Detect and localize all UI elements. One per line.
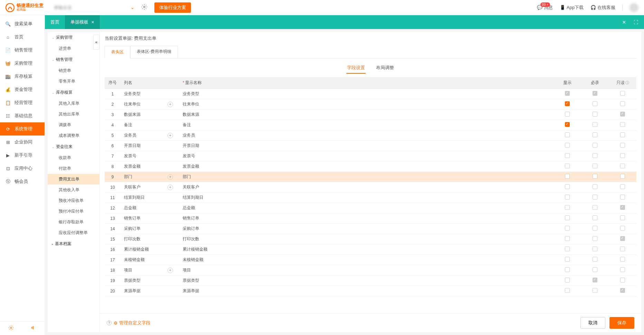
- checkbox[interactable]: [565, 184, 570, 189]
- nav-item-stock[interactable]: 🏬库存核算: [0, 70, 45, 83]
- tree-item[interactable]: 成本调整单: [48, 130, 99, 141]
- online-service-button[interactable]: 🎧 在线客服: [590, 4, 615, 11]
- nav-item-biz[interactable]: 📋经营管理: [0, 96, 45, 109]
- checkbox[interactable]: [593, 184, 597, 189]
- checkbox[interactable]: [620, 143, 625, 148]
- checkbox[interactable]: [593, 226, 597, 231]
- collapse-tree-icon[interactable]: «: [93, 35, 99, 50]
- checkbox[interactable]: [565, 236, 570, 241]
- displayname-cell[interactable]: 项目: [179, 265, 554, 276]
- checkbox[interactable]: [620, 174, 625, 179]
- checkbox[interactable]: [565, 153, 570, 158]
- checkbox[interactable]: [593, 257, 597, 262]
- add-icon[interactable]: +: [167, 133, 173, 138]
- checkbox[interactable]: [593, 205, 597, 210]
- checkbox[interactable]: [593, 164, 597, 168]
- tab-首页[interactable]: 首页: [45, 15, 65, 29]
- nav-item-sales[interactable]: 📄销售管理: [0, 44, 45, 57]
- displayname-cell[interactable]: 发票金额: [179, 161, 554, 172]
- nav-item-member[interactable]: Ⓥ畅会员: [0, 175, 45, 188]
- fullscreen-icon[interactable]: ⛶: [632, 18, 640, 26]
- displayname-cell[interactable]: 业务类型: [179, 89, 554, 99]
- checkbox[interactable]: [620, 257, 625, 262]
- tree-item[interactable]: 其他出库单: [48, 109, 99, 120]
- checkbox[interactable]: [565, 195, 570, 199]
- displayname-cell[interactable]: 累计核销金额: [179, 244, 554, 255]
- nav-item-guide[interactable]: ▶新手引导: [0, 149, 45, 162]
- checkbox[interactable]: [593, 288, 597, 293]
- checkbox[interactable]: [565, 246, 570, 251]
- save-button[interactable]: 保存: [609, 317, 634, 329]
- checkbox[interactable]: [620, 153, 625, 158]
- checkbox[interactable]: [620, 278, 625, 282]
- mode-tab-layout[interactable]: 布局调整: [375, 63, 395, 74]
- tab-close-icon[interactable]: ✕: [91, 20, 94, 25]
- checkbox[interactable]: [565, 205, 570, 210]
- checkbox[interactable]: [620, 91, 625, 96]
- displayname-cell[interactable]: 未核销金额: [179, 255, 554, 265]
- tree-group-销售管理[interactable]: ⌄销售管理: [48, 54, 99, 65]
- tree-item[interactable]: 进货单: [48, 43, 99, 54]
- mode-tab-fields[interactable]: 字段设置: [346, 63, 366, 74]
- checkbox[interactable]: [593, 236, 597, 241]
- tree-item[interactable]: 销货单: [48, 65, 99, 76]
- displayname-cell[interactable]: 采购订单: [179, 224, 554, 234]
- displayname-cell[interactable]: 销售订单: [179, 213, 554, 224]
- tree-group-基本档案[interactable]: ▸基本档案: [48, 238, 99, 250]
- displayname-cell[interactable]: 数据来源: [179, 110, 554, 120]
- checkbox[interactable]: [593, 267, 597, 272]
- checkbox[interactable]: [565, 257, 570, 262]
- checkbox[interactable]: [593, 246, 597, 251]
- checkbox[interactable]: [565, 143, 570, 148]
- close-all-tabs-icon[interactable]: ✕: [620, 18, 628, 26]
- displayname-cell[interactable]: 来源单据: [179, 286, 554, 296]
- displayname-cell[interactable]: 打印次数: [179, 234, 554, 244]
- checkbox[interactable]: [620, 122, 625, 127]
- tree-item[interactable]: 收款单: [48, 152, 99, 163]
- manage-custom-fields-link[interactable]: ⚙ 管理自定义字段: [114, 320, 151, 326]
- gear-icon[interactable]: [141, 4, 147, 11]
- displayname-cell[interactable]: 开票日期: [179, 141, 554, 151]
- tree-item[interactable]: 零售开单: [48, 76, 99, 87]
- checkbox[interactable]: [565, 101, 570, 106]
- area-tab-header[interactable]: 表头区: [105, 46, 130, 58]
- tree-item[interactable]: 银行存取款单: [48, 217, 99, 227]
- nav-item-system[interactable]: ⟳系统管理: [0, 122, 45, 136]
- nav-item-fund[interactable]: 💰资金管理: [0, 83, 45, 96]
- nav-item-baseinfo[interactable]: ☷基础信息: [0, 109, 45, 122]
- checkbox[interactable]: [620, 164, 625, 168]
- nav-item-purchase[interactable]: 🧺采购管理: [0, 57, 45, 70]
- nav-item-home[interactable]: ⌂首页: [0, 30, 45, 44]
- displayname-cell[interactable]: 备注: [179, 120, 554, 130]
- displayname-cell[interactable]: 关联客户: [179, 182, 554, 193]
- displayname-cell[interactable]: 结算到期日: [179, 193, 554, 203]
- add-icon[interactable]: +: [167, 268, 173, 273]
- checkbox[interactable]: [565, 122, 570, 127]
- displayname-cell[interactable]: 票据类型: [179, 276, 554, 286]
- checkbox[interactable]: [593, 174, 597, 179]
- checkbox[interactable]: [593, 112, 597, 117]
- tree-item[interactable]: 费用支出单: [48, 174, 99, 185]
- checkbox[interactable]: [620, 267, 625, 272]
- checkbox[interactable]: [593, 132, 597, 137]
- checkbox[interactable]: [620, 184, 625, 189]
- displayname-cell[interactable]: 往来单位: [179, 99, 554, 110]
- settings-gear-icon[interactable]: [8, 325, 14, 332]
- avatar[interactable]: [629, 3, 638, 12]
- cancel-button[interactable]: 取消: [580, 317, 605, 329]
- nav-item-appcenter[interactable]: ⊡应用中心: [0, 162, 45, 175]
- displayname-cell[interactable]: 总金额: [179, 203, 554, 213]
- tree-item[interactable]: 预收冲应收单: [48, 195, 99, 206]
- tab-单据模板[interactable]: 单据模板✕: [65, 15, 100, 29]
- checkbox[interactable]: [565, 132, 570, 137]
- area-tab-body[interactable]: 表体区-费用单明细: [130, 46, 178, 58]
- checkbox[interactable]: [620, 226, 625, 231]
- checkbox[interactable]: [565, 267, 570, 272]
- checkbox[interactable]: [593, 153, 597, 158]
- checkbox[interactable]: [565, 215, 570, 220]
- add-icon[interactable]: +: [167, 102, 173, 107]
- tree-item[interactable]: 预付冲应付单: [48, 206, 99, 217]
- tree-item[interactable]: 其他入库单: [48, 98, 99, 109]
- displayname-cell[interactable]: 发票号: [179, 151, 554, 161]
- displayname-cell[interactable]: 业务员: [179, 130, 554, 141]
